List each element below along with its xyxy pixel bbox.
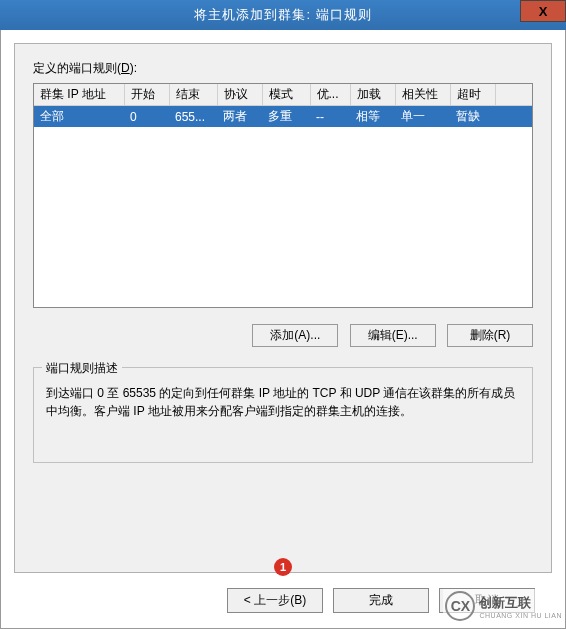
close-icon: X xyxy=(539,4,548,19)
table-row[interactable]: 全部 0 655... 两者 多重 -- 相等 单一 暂缺 xyxy=(34,106,532,128)
watermark: CX 创新互联 CHUANG XIN HU LIAN xyxy=(443,589,564,623)
close-button[interactable]: X xyxy=(520,0,566,22)
col-load[interactable]: 加载 xyxy=(350,84,395,106)
finish-button[interactable]: 完成 xyxy=(333,588,429,613)
port-rule-description-group: 端口规则描述 到达端口 0 至 65535 的定向到任何群集 IP 地址的 TC… xyxy=(33,367,533,463)
table-actions: 添加(A)... 编辑(E)... 删除(R) xyxy=(33,324,533,347)
watermark-line2: CHUANG XIN HU LIAN xyxy=(479,612,562,619)
group-legend: 端口规则描述 xyxy=(42,360,122,377)
col-mode[interactable]: 模式 xyxy=(262,84,310,106)
port-rules-table[interactable]: 群集 IP 地址 开始 结束 协议 模式 优... 加载 相关性 超时 全部 xyxy=(34,84,532,127)
port-rules-table-container: 群集 IP 地址 开始 结束 协议 模式 优... 加载 相关性 超时 全部 xyxy=(33,83,533,308)
watermark-line1: 创新互联 xyxy=(479,594,562,612)
col-timeout[interactable]: 超时 xyxy=(450,84,495,106)
col-protocol[interactable]: 协议 xyxy=(217,84,262,106)
edit-button[interactable]: 编辑(E)... xyxy=(350,324,436,347)
description-text: 到达端口 0 至 65535 的定向到任何群集 IP 地址的 TCP 和 UDP… xyxy=(46,384,520,420)
dialog-content: 定义的端口规则(D): 群集 IP 地址 开始 结束 协议 模式 xyxy=(0,30,566,629)
annotation-marker-1: 1 xyxy=(274,558,292,576)
title-bar: 将主机添加到群集: 端口规则 X xyxy=(0,0,566,30)
remove-button[interactable]: 删除(R) xyxy=(447,324,533,347)
col-end[interactable]: 结束 xyxy=(169,84,217,106)
back-button[interactable]: < 上一步(B) xyxy=(227,588,323,613)
table-header-row: 群集 IP 地址 开始 结束 协议 模式 优... 加载 相关性 超时 xyxy=(34,84,532,106)
col-cluster-ip[interactable]: 群集 IP 地址 xyxy=(34,84,124,106)
watermark-logo: CX xyxy=(445,591,475,621)
defined-rules-label: 定义的端口规则(D): xyxy=(33,60,533,77)
col-spacer xyxy=(495,84,532,106)
col-start[interactable]: 开始 xyxy=(124,84,169,106)
inner-panel: 定义的端口规则(D): 群集 IP 地址 开始 结束 协议 模式 xyxy=(14,43,552,573)
col-affinity[interactable]: 相关性 xyxy=(395,84,450,106)
col-priority[interactable]: 优... xyxy=(310,84,350,106)
window-title: 将主机添加到群集: 端口规则 xyxy=(194,6,371,24)
add-button[interactable]: 添加(A)... xyxy=(252,324,338,347)
